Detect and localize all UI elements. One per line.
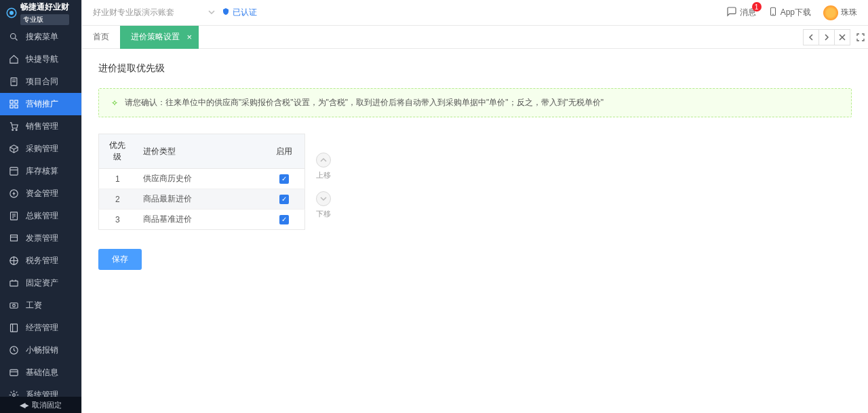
table-row[interactable]: 3商品基准进价✓ [99, 210, 305, 230]
svg-point-28 [12, 304, 15, 307]
account-selector[interactable]: 好业财专业版演示账套 [93, 7, 215, 18]
sidebar: 畅捷通好业财 专业版 搜索菜单快捷导航项目合同营销推广销售管理采购管理库存核算资… [0, 0, 81, 413]
move-down-button[interactable]: 下移 [316, 191, 331, 219]
svg-rect-29 [10, 324, 17, 332]
doc-icon [8, 77, 19, 87]
checkbox[interactable]: ✓ [279, 215, 289, 224]
nav-item-14[interactable]: 小畅报销 [0, 339, 81, 361]
stock-icon [8, 166, 19, 177]
cell-type: 商品最新进价 [136, 189, 264, 210]
nav-item-9[interactable]: 发票管理 [0, 227, 81, 250]
tab-bar: 首页进价策略设置× [82, 26, 868, 49]
topbar: 好业财专业版演示账套 已认证 消息 1 [82, 0, 868, 26]
avatar [823, 5, 838, 20]
message-icon [726, 6, 737, 19]
search-icon [8, 32, 19, 43]
checkbox[interactable]: ✓ [279, 195, 289, 204]
invoice-icon [8, 233, 19, 244]
nav-item-7[interactable]: 资金管理 [0, 182, 81, 205]
nav-item-13[interactable]: 经营管理 [0, 317, 81, 339]
move-up-label: 上移 [316, 170, 331, 180]
col-type: 进价类型 [136, 134, 264, 169]
nav-label: 经营管理 [26, 322, 58, 334]
user-menu[interactable]: 珠珠 [823, 5, 857, 20]
chevron-down-icon [316, 191, 331, 206]
pin-icon: ◀▸ [20, 401, 29, 410]
nav-label: 资金管理 [26, 188, 58, 199]
nav-label: 销售管理 [26, 121, 58, 132]
nav-label: 固定资产 [26, 277, 58, 289]
main: 好业财专业版演示账套 已认证 消息 1 [81, 0, 868, 413]
verify-text: 已认证 [233, 7, 257, 18]
svg-point-12 [16, 130, 17, 131]
cell-enabled: ✓ [264, 169, 305, 189]
save-button[interactable]: 保存 [98, 249, 142, 270]
chevron-down-icon [208, 8, 215, 18]
nav-label: 发票管理 [26, 233, 58, 244]
fullscreen-button[interactable] [852, 29, 868, 45]
logo-text: 畅捷通好业财 [20, 1, 69, 13]
shield-icon [222, 7, 230, 18]
pin-toggle[interactable]: ◀▸ 取消固定 [0, 397, 81, 413]
nav-item-15[interactable]: 基础信息 [0, 361, 81, 384]
svg-point-1 [10, 12, 14, 15]
nav-item-2[interactable]: 项目合同 [0, 71, 81, 93]
nav-item-0[interactable]: 搜索菜单 [0, 26, 81, 48]
cell-enabled: ✓ [264, 189, 305, 210]
col-enabled: 启用 [264, 134, 305, 169]
nav-item-1[interactable]: 快捷导航 [0, 48, 81, 71]
nav-item-8[interactable]: 总账管理 [0, 205, 81, 227]
asset-icon [8, 278, 19, 289]
nav-item-6[interactable]: 库存核算 [0, 160, 81, 182]
tab-next[interactable] [818, 29, 835, 45]
nav-item-11[interactable]: 固定资产 [0, 272, 81, 294]
nav-item-4[interactable]: 销售管理 [0, 115, 81, 138]
cell-type: 商品基准进价 [136, 210, 264, 230]
checkbox[interactable]: ✓ [279, 174, 289, 184]
svg-rect-14 [9, 168, 17, 175]
nav-item-10[interactable]: 税务管理 [0, 250, 81, 272]
chevron-up-icon [316, 153, 331, 168]
download-label: App下载 [781, 7, 811, 18]
nav-label: 营销推广 [26, 98, 58, 110]
phone-icon [768, 7, 778, 18]
tab-1[interactable]: 进价策略设置× [120, 26, 199, 49]
cell-enabled: ✓ [264, 210, 305, 230]
nav-label: 快捷导航 [26, 54, 58, 65]
nav-label: 基础信息 [26, 367, 58, 378]
tab-close-all[interactable] [834, 29, 850, 45]
nav-item-5[interactable]: 采购管理 [0, 138, 81, 160]
tab-prev[interactable] [803, 29, 819, 45]
table-row[interactable]: 2商品最新进价✓ [99, 189, 305, 210]
logo: 畅捷通好业财 专业版 [0, 0, 81, 26]
cell-priority: 2 [99, 189, 136, 210]
pin-label: 取消固定 [32, 400, 62, 410]
move-up-button[interactable]: 上移 [316, 153, 331, 180]
nav-item-3[interactable]: 营销推广 [0, 93, 81, 115]
cart-icon [8, 121, 19, 132]
account-name: 好业财专业版演示账套 [93, 7, 174, 18]
svg-point-2 [10, 34, 16, 39]
tab-close-icon[interactable]: × [186, 32, 192, 42]
svg-rect-27 [9, 303, 17, 309]
download-button[interactable]: App下载 [768, 7, 811, 18]
tab-0[interactable]: 首页 [82, 26, 120, 49]
move-down-label: 下移 [316, 209, 331, 219]
svg-rect-10 [14, 105, 17, 108]
logo-icon [5, 7, 18, 19]
cell-priority: 3 [99, 210, 136, 230]
notice-box: ✧ 请您确认：往来单位中的供应商"采购报价含税"设置，为"含税"，取到进价后将自… [98, 88, 852, 117]
nav-label: 系统管理 [26, 389, 58, 397]
nav-item-12[interactable]: 工资 [0, 294, 81, 317]
nav: 搜索菜单快捷导航项目合同营销推广销售管理采购管理库存核算资金管理总账管理发票管理… [0, 26, 81, 397]
nav-label: 工资 [26, 300, 42, 311]
priority-table: 优先级 进价类型 启用 1供应商历史价✓2商品最新进价✓3商品基准进价✓ [98, 134, 305, 230]
info-icon [8, 368, 19, 378]
table-row[interactable]: 1供应商历史价✓ [99, 169, 305, 189]
message-button[interactable]: 消息 1 [726, 6, 756, 19]
svg-rect-7 [9, 100, 12, 103]
svg-rect-24 [9, 281, 17, 286]
settings-icon [8, 390, 19, 397]
nav-item-16[interactable]: 系统管理 [0, 384, 81, 397]
col-priority: 优先级 [99, 134, 136, 169]
